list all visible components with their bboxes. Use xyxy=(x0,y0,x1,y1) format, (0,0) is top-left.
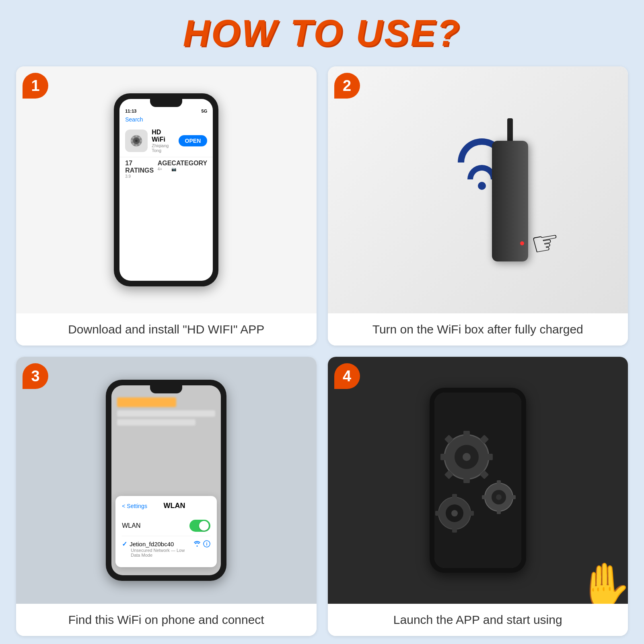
svg-point-5 xyxy=(140,140,142,142)
open-button[interactable]: OPEN xyxy=(179,135,208,146)
step-1-label: Download and install "HD WIFI" APP xyxy=(16,313,317,346)
device-led xyxy=(520,241,524,245)
phone-notch-1 xyxy=(150,99,182,107)
step-2-label: Turn on the WiFi box after fully charged xyxy=(328,313,628,346)
ratings-section: 17 RATINGS 3.9 xyxy=(125,160,157,179)
svg-rect-29 xyxy=(497,480,501,486)
ratings-count-label: 17 RATINGS xyxy=(125,160,157,174)
phone-notch-4 xyxy=(462,393,494,401)
age-value: 4+ xyxy=(158,167,172,171)
back-link: Search xyxy=(125,116,143,123)
svg-point-3 xyxy=(135,140,138,142)
svg-rect-37 xyxy=(452,526,457,533)
phone-screen-4 xyxy=(434,393,521,568)
app-name: HD WiFi xyxy=(152,129,174,143)
step-3-card: 3 < Settings WLAN xyxy=(16,357,317,636)
wifi-icon xyxy=(193,541,201,548)
category-icon: 📷 xyxy=(171,167,207,171)
phone-screen-1: 11:13 5G Search xyxy=(119,99,213,281)
svg-point-6 xyxy=(136,135,138,137)
step-3-badge: 3 xyxy=(23,363,48,389)
gears-svg xyxy=(434,393,521,568)
svg-point-4 xyxy=(131,140,133,142)
svg-rect-30 xyxy=(497,508,501,514)
toggle-knob xyxy=(199,521,209,531)
app-icon xyxy=(125,130,148,152)
network-subtitle: Unsecured Network — Low Data Mode xyxy=(131,548,193,558)
checkmark-icon: ✓ xyxy=(122,540,127,548)
phone-screen-3: < Settings WLAN WLAN xyxy=(111,385,221,575)
step-1-image: 1 11:13 5G Search xyxy=(16,66,317,313)
step-4-content: 🤚 xyxy=(328,357,628,604)
settings-back-link: < Settings xyxy=(122,503,147,509)
svg-rect-36 xyxy=(452,494,457,500)
phone-mockup-3: < Settings WLAN WLAN xyxy=(106,380,226,581)
info-icon[interactable]: i xyxy=(203,540,210,549)
wlan-toggle-label: WLAN xyxy=(122,522,140,529)
step-2-badge: 2 xyxy=(334,73,360,99)
age-section: AGE 4+ xyxy=(158,160,172,179)
age-label: AGE xyxy=(158,160,172,167)
step-4-card: 4 xyxy=(328,357,628,636)
app-developer: Zhiqiang Tong xyxy=(152,143,174,153)
svg-point-17 xyxy=(463,453,471,461)
wlan-toggle[interactable] xyxy=(189,520,210,532)
svg-rect-20 xyxy=(440,454,449,460)
svg-rect-18 xyxy=(463,431,470,439)
ratings-value: 3.9 xyxy=(125,174,157,179)
device-body: ☞ xyxy=(492,141,528,261)
finger-pointer: ☞ xyxy=(528,222,563,263)
svg-rect-21 xyxy=(485,454,493,460)
step-1-card: 1 11:13 5G Search xyxy=(16,66,317,346)
svg-point-28 xyxy=(496,494,502,500)
step-3-image: 3 < Settings WLAN xyxy=(16,357,317,604)
device-cable xyxy=(507,118,513,142)
step-4-image: 4 xyxy=(328,357,628,604)
page-title: HOW TO USE? xyxy=(183,12,461,54)
network-name: ✓ Jetion_fd20bc40 xyxy=(122,540,193,548)
network-row[interactable]: ✓ Jetion_fd20bc40 Unsecured Network — Lo… xyxy=(122,536,210,562)
wlan-popup: < Settings WLAN WLAN xyxy=(115,496,217,567)
step-4-label: Launch the APP and start using xyxy=(328,604,628,636)
svg-point-7 xyxy=(136,145,138,147)
wlan-title: WLAN xyxy=(150,502,198,510)
wlan-toggle-row: WLAN xyxy=(122,516,210,536)
step-4-badge: 4 xyxy=(334,363,360,389)
network-info: ✓ Jetion_fd20bc40 Unsecured Network — Lo… xyxy=(122,540,193,558)
step-2-card: 2 ☞ xyxy=(328,66,628,346)
svg-rect-31 xyxy=(482,495,488,499)
page: HOW TO USE? 1 11:13 5G Search xyxy=(0,0,644,644)
signal-display: 5G xyxy=(202,109,208,113)
category-section: CATEGORY 📷 xyxy=(171,160,207,179)
hand-icon: 🤚 xyxy=(577,560,628,604)
svg-rect-32 xyxy=(510,495,516,499)
step-1-badge: 1 xyxy=(23,73,48,99)
phone-mockup-4 xyxy=(430,388,526,573)
app-store-header: Search xyxy=(119,114,213,125)
app-ratings: 17 RATINGS 3.9 AGE 4+ CATEGORY 📷 xyxy=(119,157,213,181)
svg-point-35 xyxy=(451,510,458,516)
wlan-header: < Settings WLAN xyxy=(122,502,210,510)
app-row: HD WiFi Zhiqiang Tong OPEN xyxy=(119,125,213,157)
wifi-dot xyxy=(478,182,486,190)
phone-mockup-1: 11:13 5G Search xyxy=(114,93,218,286)
steps-grid: 1 11:13 5G Search xyxy=(16,66,628,636)
svg-rect-19 xyxy=(463,475,470,483)
svg-point-11 xyxy=(132,143,134,145)
step-3-label: Find this WiFi on phone and connect xyxy=(16,604,317,636)
svg-point-8 xyxy=(132,137,134,139)
phone-notch-3 xyxy=(150,385,182,393)
app-info: HD WiFi Zhiqiang Tong xyxy=(152,129,174,153)
svg-rect-14 xyxy=(434,393,521,568)
svg-text:i: i xyxy=(206,541,208,546)
time-display: 11:13 xyxy=(125,109,136,113)
category-label: CATEGORY xyxy=(171,160,207,167)
svg-point-10 xyxy=(139,137,141,139)
step-2-image: 2 ☞ xyxy=(328,66,628,313)
svg-point-9 xyxy=(139,143,141,145)
network-icons: i xyxy=(193,540,210,549)
svg-rect-39 xyxy=(467,511,474,516)
svg-rect-38 xyxy=(435,511,442,516)
